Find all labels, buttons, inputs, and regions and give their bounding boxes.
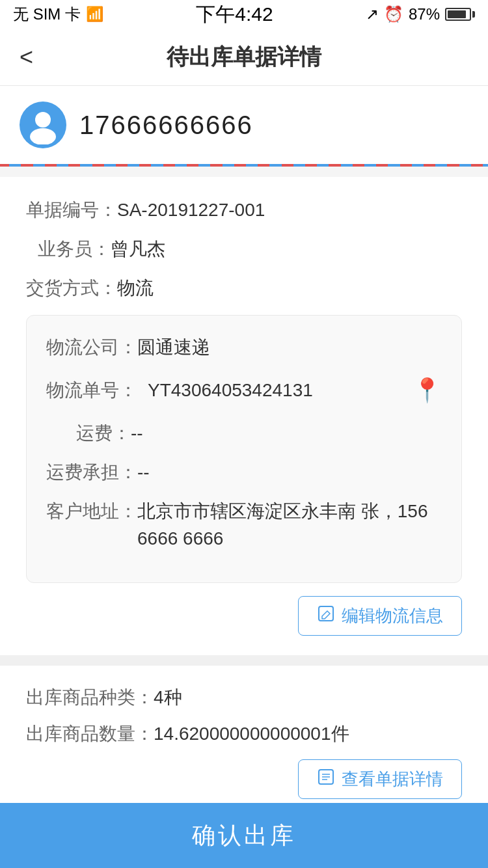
- freight-bearer-row: 运费承担： --: [46, 459, 442, 486]
- svg-rect-2: [319, 606, 333, 621]
- back-button[interactable]: <: [20, 44, 33, 71]
- document-number-value: SA-20191227-001: [117, 197, 462, 224]
- logistics-company-value: 圆通速递: [137, 334, 442, 361]
- logistics-tracking-label: 物流单号：: [46, 377, 137, 404]
- edit-logistics-btn-container: 编辑物流信息: [26, 596, 462, 636]
- salesperson-row: 业务员： 曾凡杰: [26, 236, 462, 263]
- status-bar: 无 SIM 卡 📶 下午4:42 ↗ ⏰ 87%: [0, 0, 488, 29]
- location-icon[interactable]: 📍: [413, 373, 442, 408]
- view-detail-button[interactable]: 查看单据详情: [298, 759, 462, 799]
- delivery-label: 交货方式：: [26, 275, 117, 302]
- alarm-icon: ⏰: [384, 5, 403, 23]
- view-detail-btn-container: 查看单据详情: [26, 759, 462, 799]
- wifi-icon: 📶: [86, 6, 103, 23]
- confirm-outbound-label: 确认出库: [192, 820, 296, 852]
- svg-point-1: [30, 128, 56, 144]
- document-number-row: 单据编号： SA-20191227-001: [26, 197, 462, 224]
- document-number-label: 单据编号：: [26, 197, 117, 224]
- delivery-row: 交货方式： 物流: [26, 275, 462, 302]
- product-types-value: 4种: [154, 685, 462, 710]
- salesperson-label: 业务员：: [26, 236, 111, 263]
- status-left: 无 SIM 卡 📶: [13, 4, 103, 25]
- document-info-section: 单据编号： SA-20191227-001 业务员： 曾凡杰 交货方式： 物流 …: [0, 177, 488, 655]
- edit-icon: [317, 604, 335, 627]
- section-divider: [0, 655, 488, 666]
- product-quantity-value: 14.620000000000001件: [154, 722, 462, 746]
- address-row: 客户地址： 北京市市辖区海淀区永丰南 张，156 6666 6666: [46, 498, 442, 552]
- logistics-company-row: 物流公司： 圆通速递: [46, 334, 442, 361]
- status-time: 下午4:42: [196, 1, 273, 28]
- confirm-outbound-button[interactable]: 确认出库: [0, 803, 488, 868]
- freight-bearer-label: 运费承担：: [46, 459, 137, 486]
- logistics-company-label: 物流公司：: [46, 334, 137, 361]
- document-detail-icon: [317, 768, 335, 791]
- address-value: 北京市市辖区海淀区永丰南 张，156 6666 6666: [137, 498, 442, 552]
- contact-header: 17666666666: [0, 86, 488, 167]
- battery-percent: 87%: [409, 5, 440, 23]
- contact-phone: 17666666666: [79, 111, 253, 140]
- edit-logistics-label: 编辑物流信息: [342, 604, 443, 627]
- product-quantity-label: 出库商品数量：: [26, 722, 154, 746]
- summary-section: 出库商品种类： 4种 出库商品数量： 14.620000000000001件 查…: [0, 666, 488, 819]
- product-quantity-row: 出库商品数量： 14.620000000000001件: [26, 722, 462, 746]
- salesperson-value: 曾凡杰: [111, 236, 462, 263]
- edit-logistics-button[interactable]: 编辑物流信息: [298, 596, 462, 636]
- carrier-label: 无 SIM 卡: [13, 4, 81, 25]
- freight-label: 运费：: [46, 420, 131, 447]
- freight-row: 运费： --: [46, 420, 442, 447]
- status-right: ↗ ⏰ 87%: [366, 5, 475, 23]
- logistics-card: 物流公司： 圆通速递 物流单号： YT43064053424131 📍 运费： …: [26, 315, 462, 583]
- freight-bearer-value: --: [137, 459, 442, 486]
- delivery-value: 物流: [117, 275, 462, 302]
- product-types-label: 出库商品种类：: [26, 685, 154, 710]
- product-types-row: 出库商品种类： 4种: [26, 685, 462, 710]
- location-status-icon: ↗: [366, 5, 379, 23]
- logistics-tracking-value: YT43064053424131: [148, 377, 402, 404]
- page-title: 待出库单据详情: [167, 42, 321, 72]
- freight-value: --: [131, 420, 442, 447]
- battery-icon: [445, 8, 475, 21]
- svg-point-0: [35, 112, 51, 128]
- avatar: [20, 102, 66, 148]
- address-label: 客户地址：: [46, 498, 137, 525]
- logistics-tracking-row: 物流单号： YT43064053424131 📍: [46, 373, 442, 408]
- nav-bar: < 待出库单据详情: [0, 29, 488, 86]
- view-detail-label: 查看单据详情: [342, 768, 443, 791]
